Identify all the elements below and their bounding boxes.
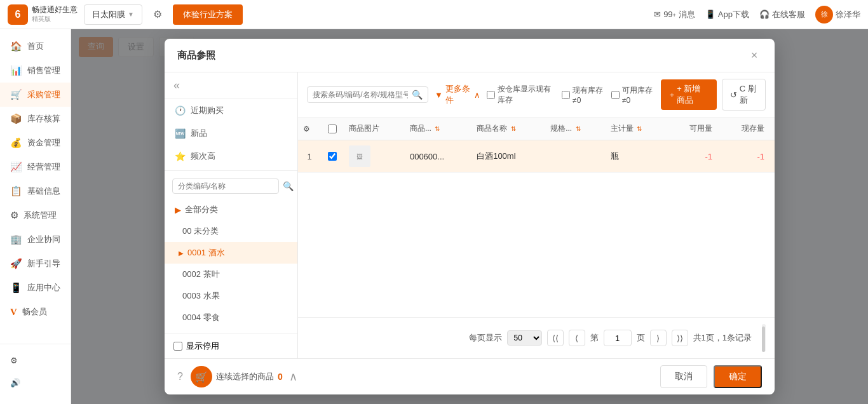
sort-name-icon[interactable]: ⇅ bbox=[511, 125, 516, 132]
refresh-icon: ↺ bbox=[730, 90, 737, 100]
sidebar-item-app-center[interactable]: 📱 应用中心 bbox=[0, 276, 71, 300]
sidebar-label-sales: 销售管理 bbox=[27, 65, 60, 76]
classify-search-input[interactable] bbox=[172, 178, 279, 194]
sidebar-item-inventory[interactable]: 📦 库存核算 bbox=[0, 107, 71, 131]
page-size-select[interactable]: 50 100 200 bbox=[507, 330, 542, 346]
show-disabled-checkbox[interactable] bbox=[173, 342, 182, 351]
member-icon: V bbox=[10, 307, 17, 318]
message-button[interactable]: ✉ 99+ 消息 bbox=[654, 9, 695, 20]
sidebar-item-operations[interactable]: 📈 经营管理 bbox=[0, 155, 71, 179]
col-header-spec: 规格... ⇅ bbox=[545, 118, 606, 140]
cancel-button[interactable]: 取消 bbox=[660, 365, 707, 388]
page-size-label: 每页显示 bbox=[469, 332, 502, 344]
col-header-available: 可用量 bbox=[668, 118, 717, 140]
cell-code: 000600... bbox=[405, 140, 471, 173]
help-icon: ? bbox=[177, 371, 183, 382]
category-unclassified[interactable]: 00 未分类 bbox=[165, 220, 297, 242]
product-search-input[interactable] bbox=[313, 90, 408, 99]
table-header-row: ⚙ 商品图片 bbox=[298, 118, 775, 140]
usable-filter-text: 可用库存≠0 bbox=[622, 85, 654, 105]
category-fruit[interactable]: 0003 水果 bbox=[165, 285, 297, 307]
scrollbar-track bbox=[762, 324, 766, 352]
category-beverage[interactable]: 0005 饮料 bbox=[165, 328, 297, 333]
category-snack[interactable]: 0004 零食 bbox=[165, 307, 297, 328]
sidebar-item-enterprise[interactable]: 🏢 企业协同 bbox=[0, 227, 71, 252]
next-page-button[interactable]: ⟩ bbox=[650, 330, 667, 346]
row-checkbox[interactable] bbox=[328, 152, 337, 161]
try-industry-button[interactable]: 体验行业方案 bbox=[173, 4, 243, 25]
more-filter-button[interactable]: ▼ 更多条件 ∧ bbox=[435, 83, 480, 106]
quick-item-new[interactable]: 🆕 新品 bbox=[165, 122, 297, 145]
footer-collapse-icon[interactable]: ∧ bbox=[289, 370, 297, 384]
scrollbar-thumb[interactable] bbox=[762, 327, 765, 352]
avatar: 徐 bbox=[815, 6, 833, 24]
available-filter-text: 现有库存≠0 bbox=[573, 85, 605, 105]
sort-spec-icon[interactable]: ⇅ bbox=[576, 125, 581, 132]
help-button[interactable]: ? bbox=[177, 371, 183, 382]
quick-label-recent: 近期购买 bbox=[191, 105, 224, 116]
online-service-button[interactable]: 🎧 在线客服 bbox=[759, 9, 805, 20]
enterprise-icon: 🏢 bbox=[10, 234, 22, 245]
app-download-button[interactable]: 📱 App下载 bbox=[705, 9, 749, 20]
quick-item-recent[interactable]: 🕐 近期购买 bbox=[165, 99, 297, 122]
headset-icon: 🎧 bbox=[759, 10, 770, 19]
sort-unit-icon[interactable]: ⇅ bbox=[637, 125, 642, 132]
show-disabled-section: 显示停用 bbox=[165, 333, 297, 358]
available-filter-label[interactable]: 现有库存≠0 bbox=[562, 85, 605, 105]
sort-code-icon[interactable]: ⇅ bbox=[435, 125, 440, 132]
sidebar-label-guide: 新手引导 bbox=[27, 258, 60, 269]
footer-actions: 取消 确定 bbox=[660, 365, 762, 388]
first-page-button[interactable]: ⟨⟨ bbox=[547, 330, 564, 346]
page-label: 第 bbox=[590, 332, 599, 344]
sidebar-bottom: ⚙ 🔊 bbox=[0, 344, 71, 399]
recent-icon: 🕐 bbox=[175, 105, 186, 116]
nav-selector[interactable]: 日太阳膜 ▼ bbox=[84, 4, 142, 25]
category-tea[interactable]: 0002 茶叶 bbox=[165, 264, 297, 285]
collapse-toggle[interactable]: « bbox=[165, 72, 297, 99]
warehouse-filter-checkbox[interactable] bbox=[487, 91, 495, 99]
select-all-checkbox[interactable] bbox=[328, 125, 337, 133]
add-product-button[interactable]: + + 新增商品 bbox=[661, 79, 717, 110]
sidebar-item-home[interactable]: 🏠 首页 bbox=[0, 34, 71, 58]
sidebar-item-settings[interactable]: ⚙ bbox=[0, 349, 71, 372]
refresh-button[interactable]: ↺ C 刷新 bbox=[722, 79, 766, 111]
prev-page-button[interactable]: ⟨ bbox=[569, 330, 585, 346]
sidebar-item-member[interactable]: V 畅会员 bbox=[0, 300, 71, 324]
quick-label-frequent: 频次高 bbox=[191, 151, 215, 162]
cell-checkbox[interactable] bbox=[321, 140, 344, 173]
col-settings-icon[interactable]: ⚙ bbox=[303, 125, 310, 133]
sidebar-label-finance: 资金管理 bbox=[27, 137, 60, 149]
basic-info-icon: 📋 bbox=[10, 185, 22, 197]
modal-overlay[interactable]: 商品参照 × « 🕐 近期购买 bbox=[71, 29, 868, 404]
message-badge: 99+ bbox=[663, 10, 676, 19]
available-filter-checkbox[interactable] bbox=[562, 91, 570, 99]
usable-filter-checkbox[interactable] bbox=[611, 91, 620, 99]
table-row[interactable]: 1 bbox=[298, 140, 775, 173]
sidebar-item-system[interactable]: ⚙ 系统管理 bbox=[0, 203, 71, 227]
confirm-button[interactable]: 确定 bbox=[714, 365, 762, 388]
col-header-image: 商品图片 bbox=[344, 118, 405, 140]
gear-button[interactable]: ⚙ bbox=[147, 4, 168, 25]
warehouse-filter-label[interactable]: 按仓库显示现有库存 bbox=[487, 84, 555, 105]
sidebar-item-sales[interactable]: 📊 销售管理 bbox=[0, 58, 71, 83]
quick-item-frequent[interactable]: ⭐ 频次高 bbox=[165, 145, 297, 168]
cart-button[interactable]: 🛒 bbox=[191, 366, 212, 387]
page-number-input[interactable] bbox=[604, 330, 632, 346]
sidebar-label-home: 首页 bbox=[27, 41, 44, 52]
dialog-close-button[interactable]: × bbox=[747, 48, 762, 63]
last-page-button[interactable]: ⟩⟩ bbox=[672, 330, 688, 346]
sidebar-item-purchase[interactable]: 🛒 采购管理 bbox=[0, 83, 71, 107]
user-menu[interactable]: 徐 徐泽华 bbox=[815, 6, 860, 24]
sidebar-item-finance[interactable]: 💰 资金管理 bbox=[0, 131, 71, 155]
sidebar-item-guide[interactable]: 🚀 新手引导 bbox=[0, 252, 71, 276]
message-icon: ✉ bbox=[654, 10, 661, 19]
category-all[interactable]: ▶ 全部分类 bbox=[165, 199, 297, 220]
sidebar-item-basic-info[interactable]: 📋 基础信息 bbox=[0, 179, 71, 203]
main-layout: 🏠 首页 📊 销售管理 🛒 采购管理 📦 库存核算 💰 资金管理 📈 经营管理 … bbox=[0, 29, 868, 404]
product-search-icon[interactable]: 🔍 bbox=[412, 90, 423, 100]
nav-right: ✉ 99+ 消息 📱 App下载 🎧 在线客服 徐 徐泽华 bbox=[654, 6, 860, 24]
usable-filter-label[interactable]: 可用库存≠0 bbox=[611, 85, 654, 105]
classify-search-icon[interactable]: 🔍 bbox=[283, 181, 294, 191]
sidebar-item-sound[interactable]: 🔊 bbox=[0, 372, 71, 394]
category-liquor[interactable]: ▶ 0001 酒水 bbox=[165, 242, 297, 264]
